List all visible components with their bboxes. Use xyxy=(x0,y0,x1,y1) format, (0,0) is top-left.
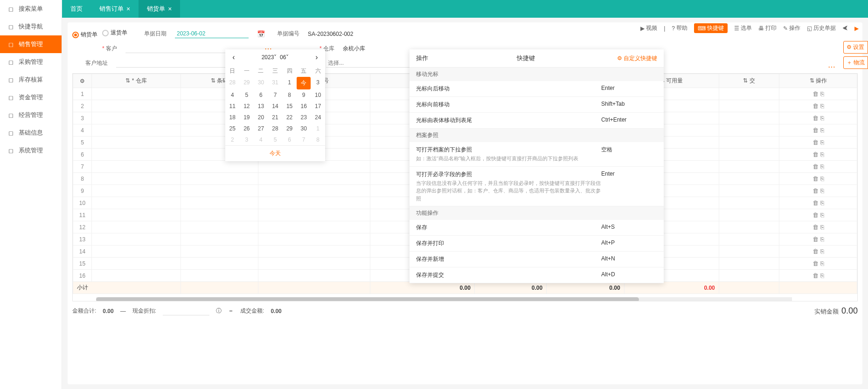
copy-icon[interactable]: ⎘ xyxy=(820,212,824,218)
cal-day[interactable]: 7 xyxy=(297,134,311,145)
close-icon[interactable]: × xyxy=(126,5,130,13)
copy-icon[interactable]: ⎘ xyxy=(820,187,824,194)
delete-icon[interactable]: 🗑 xyxy=(812,102,819,109)
delete-icon[interactable]: 🗑 xyxy=(812,187,819,194)
cal-day[interactable]: 1 xyxy=(282,77,297,89)
delete-icon[interactable]: 🗑 xyxy=(812,236,819,243)
logistics-button[interactable]: ＋ 物流 xyxy=(843,56,868,69)
cal-day[interactable]: 20 xyxy=(254,112,268,123)
form-more-icon[interactable]: ⋯ xyxy=(828,62,835,71)
cal-day[interactable]: 3 xyxy=(311,77,325,89)
delete-icon[interactable]: 🗑 xyxy=(812,127,819,134)
cal-day[interactable]: 21 xyxy=(268,112,283,123)
cal-day[interactable]: 10 xyxy=(311,89,325,101)
delete-icon[interactable]: 🗑 xyxy=(812,199,819,206)
cal-day[interactable]: 6 xyxy=(282,134,297,145)
cal-day[interactable]: 1 xyxy=(311,123,325,134)
cal-day[interactable]: 9 xyxy=(297,89,311,101)
doctype-radio[interactable]: 销货单 xyxy=(72,31,97,39)
next-button[interactable]: ▶ xyxy=(854,25,859,32)
sidebar-item-cart[interactable]: ◻销售管理 xyxy=(0,35,62,53)
cal-day[interactable]: 14 xyxy=(268,101,283,112)
sidebar-item-search[interactable]: ◻搜索菜单 xyxy=(0,0,62,18)
cal-year[interactable]: 2023 xyxy=(262,54,274,61)
copy-icon[interactable]: ⎘ xyxy=(820,115,824,122)
cal-day[interactable]: 5 xyxy=(268,134,283,145)
customize-hotkey-button[interactable]: ⚙ 自定义快捷键 xyxy=(617,55,657,62)
delete-icon[interactable]: 🗑 xyxy=(812,175,819,182)
cal-day[interactable]: 2 xyxy=(225,134,240,145)
cal-day[interactable]: 31 xyxy=(268,77,283,89)
cal-day[interactable]: 4 xyxy=(225,89,240,101)
cal-day[interactable]: 3 xyxy=(240,134,254,145)
cal-day[interactable]: 25 xyxy=(225,123,240,134)
copy-icon[interactable]: ⎘ xyxy=(820,236,824,243)
copy-icon[interactable]: ⎘ xyxy=(820,199,824,206)
cal-day[interactable]: 28 xyxy=(268,123,283,134)
delete-icon[interactable]: 🗑 xyxy=(812,260,819,267)
history-button[interactable]: ◱ 历史单据 xyxy=(807,24,836,32)
cal-day[interactable]: 15 xyxy=(282,101,297,112)
col-header[interactable]: ⇅ * 仓库 xyxy=(92,74,181,88)
tab[interactable]: 首页 xyxy=(62,0,91,18)
cal-day[interactable]: 5 xyxy=(240,89,254,101)
copy-icon[interactable]: ⎘ xyxy=(820,90,824,97)
cal-day[interactable]: 27 xyxy=(254,123,268,134)
operate-button[interactable]: ✎ 操作 xyxy=(783,24,800,32)
cal-day[interactable]: 11 xyxy=(225,101,240,112)
cal-day[interactable]: 23 xyxy=(297,112,311,123)
cal-month[interactable]: 06 xyxy=(280,54,286,61)
cal-prev-icon[interactable]: ‹ xyxy=(229,53,238,61)
doctype-radio[interactable]: 退货单 xyxy=(102,29,127,37)
pick-button[interactable]: ☰ 选单 xyxy=(734,24,752,32)
cal-day[interactable]: 4 xyxy=(254,134,268,145)
cal-day[interactable]: 30 xyxy=(254,77,268,89)
copy-icon[interactable]: ⎘ xyxy=(820,163,824,170)
calendar-icon[interactable]: 📅 xyxy=(257,30,265,38)
sidebar-item-home[interactable]: ◻快捷导航 xyxy=(0,18,62,35)
cal-day[interactable]: 30 xyxy=(297,123,311,134)
discount-input[interactable] xyxy=(163,307,209,315)
project-input[interactable] xyxy=(326,59,410,68)
video-button[interactable]: ▶ 视频 xyxy=(640,24,657,32)
delete-icon[interactable]: 🗑 xyxy=(812,163,819,170)
close-icon[interactable]: × xyxy=(168,5,172,13)
settings-button[interactable]: ⚙ 设置 xyxy=(843,41,868,54)
copy-icon[interactable]: ⎘ xyxy=(820,102,824,109)
sidebar-item-money[interactable]: ◻资金管理 xyxy=(0,89,62,106)
copy-icon[interactable]: ⎘ xyxy=(820,272,824,279)
cal-day[interactable]: 17 xyxy=(311,101,325,112)
sidebar-item-grid[interactable]: ◻基础信息 xyxy=(0,124,62,142)
cal-day[interactable]: 13 xyxy=(254,101,268,112)
cal-day[interactable]: 24 xyxy=(311,112,325,123)
tab[interactable]: 销货单× xyxy=(139,0,180,18)
cal-day[interactable]: 18 xyxy=(225,112,240,123)
copy-icon[interactable]: ⎘ xyxy=(820,175,824,182)
copy-icon[interactable]: ⎘ xyxy=(820,224,824,231)
hotkey-button[interactable]: ⌨ 快捷键 xyxy=(694,23,728,33)
col-header[interactable]: ⇅ 交 xyxy=(719,74,779,88)
cal-today-button[interactable]: 今天 xyxy=(225,145,325,161)
cal-day[interactable]: 28 xyxy=(225,77,240,89)
info-icon[interactable]: ⓘ xyxy=(216,307,222,315)
cal-day[interactable]: 19 xyxy=(240,112,254,123)
print-button[interactable]: 🖶 打印 xyxy=(758,24,777,32)
col-header[interactable]: ⇅ 操作 xyxy=(779,74,857,88)
date-input[interactable] xyxy=(175,29,249,38)
cal-day[interactable]: 8 xyxy=(311,134,325,145)
delete-icon[interactable]: 🗑 xyxy=(812,224,819,231)
delete-icon[interactable]: 🗑 xyxy=(812,90,819,97)
sidebar-item-box[interactable]: ◻库存核算 xyxy=(0,71,62,89)
copy-icon[interactable]: ⎘ xyxy=(820,260,824,267)
copy-icon[interactable]: ⎘ xyxy=(820,139,824,146)
collapse-button[interactable]: ⮜ xyxy=(842,25,848,32)
delete-icon[interactable]: 🗑 xyxy=(812,248,819,255)
cal-day[interactable]: 22 xyxy=(282,112,297,123)
sidebar-item-report[interactable]: ◻经营管理 xyxy=(0,106,62,124)
gear-header[interactable]: ⚙ xyxy=(73,74,92,88)
delete-icon[interactable]: 🗑 xyxy=(812,139,819,146)
copy-icon[interactable]: ⎘ xyxy=(820,151,824,158)
cal-day[interactable]: 8 xyxy=(282,89,297,101)
delete-icon[interactable]: 🗑 xyxy=(812,115,819,122)
copy-icon[interactable]: ⎘ xyxy=(820,127,824,134)
